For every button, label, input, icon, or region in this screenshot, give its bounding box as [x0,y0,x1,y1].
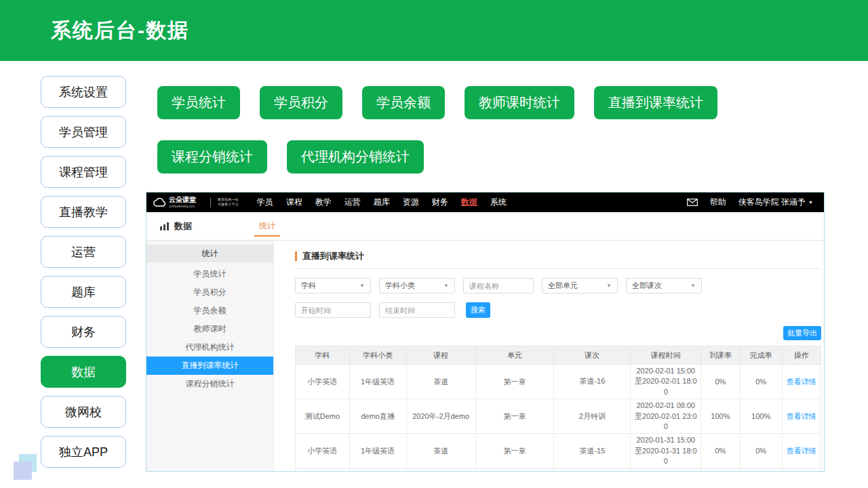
subject-sub-select[interactable]: 学科小类 ▼ [379,278,455,293]
cell-unit: 第一章 [475,434,553,468]
nav-item-data[interactable]: 数据 [461,197,477,208]
subject-select[interactable]: 学科 ▼ [295,278,371,293]
quick-button-live-attendance-stats[interactable]: 直播到课率统计 [594,86,717,119]
admin-tab-bar: 数据 统计 [146,212,824,241]
table-row: 小学英语1年级英语茶道第一章茶道-162020-02-01 15:00至2020… [296,365,821,399]
cell-subject: 小学英语 [296,365,350,399]
cell-course-time: 2020-02-01 08:00至2020-02-01 23:00 [631,399,701,434]
view-detail-link[interactable]: 查看详情 [787,378,816,386]
sub-sidebar-item-teacher-hours[interactable]: 教师课时 [146,320,273,338]
filter-row-1: 学科 ▼ 学科小类 ▼ 全部单元 ▼ 全部课次 ▼ [295,278,821,293]
cell-subject: 小学英语 [296,434,350,468]
account-menu[interactable]: 侠客岛学院 张涵予 ▼ [738,197,813,208]
brand-tagline-line1: 教育机构一站 [218,198,239,202]
cell-sub-subject: 1年级英语 [349,365,406,399]
unit-select-value: 全部单元 [548,281,578,291]
cell-sub-subject: 1年级英语 [349,434,406,468]
sub-sidebar-item-live-attendance-stats[interactable]: 直播到课率统计 [146,357,273,375]
table-header-unit: 单元 [475,346,553,365]
help-link[interactable]: 帮助 [710,197,726,208]
cell-completion-rate: 0% [740,434,782,468]
sub-sidebar-item-agency-stats[interactable]: 代理机构统计 [146,338,273,357]
table-row: 小学英语1年级英语茶道第一章茶道-152020-01-31 15:00至2020… [296,434,821,468]
chevron-down-icon: ▼ [359,283,365,289]
admin-nav-menu: 学员课程教学运营题库资源财务数据系统 [257,197,507,208]
sub-sidebar-item-student-balance[interactable]: 学员余额 [146,302,273,320]
nav-item-students[interactable]: 学员 [257,197,273,208]
sidebar-item-system-settings[interactable]: 系统设置 [41,76,126,108]
quick-button-course-distribution-stats[interactable]: 课程分销统计 [157,140,267,174]
cell-subject: 测试Demo [296,399,350,434]
table-header-course-time: 课程时间 [631,346,701,365]
admin-nav-right: 帮助 侠客岛学院 张涵予 ▼ [687,197,817,208]
cell-completion-rate: 100% [740,399,782,434]
quick-button-agency-distribution-stats[interactable]: 代理机构分销统计 [287,140,424,174]
table-header-sub-subject: 学科小类 [349,346,406,365]
table-header-action: 操作 [782,346,821,365]
cell-attendance-rate: 0% [701,468,740,472]
tab-statistics[interactable]: 统计 [259,212,275,240]
sidebar-item-data[interactable]: 数据 [41,356,126,388]
nav-item-finance[interactable]: 财务 [432,197,448,208]
title-accent-bar [295,251,297,261]
quick-button-student-stats[interactable]: 学员统计 [157,86,240,119]
table-body: 小学英语1年级英语茶道第一章茶道-162020-02-01 15:00至2020… [296,365,821,472]
cell-lesson: 茶道-16 [554,365,631,399]
admin-top-nav: 云朵课堂 yunduoketang.com 教育机构一站 式服务云平台 学员课程… [146,192,824,212]
section-label: 数据 [160,220,192,232]
sidebar-item-finance[interactable]: 财务 [41,316,126,348]
cell-course-time: 2020-01-31 15:00至2020-01-31 18:00 [631,434,701,468]
table-header-subject: 学科 [296,346,350,365]
lesson-select[interactable]: 全部课次 ▼ [626,278,702,293]
brand-name: 云朵课堂 [169,197,203,203]
nav-item-operations[interactable]: 运营 [344,197,361,208]
end-time-input[interactable] [379,302,455,318]
brand-divider [210,198,211,207]
view-detail-link[interactable]: 查看详情 [787,447,816,455]
mail-icon[interactable] [687,199,698,206]
nav-item-courses[interactable]: 课程 [286,197,302,208]
cell-course-time: 2020-01-31 09:00至2020-01-31 18:00 [631,468,701,472]
course-name-input[interactable] [463,278,534,293]
sub-sidebar-item-student-points[interactable]: 学员积分 [146,283,273,302]
bar-chart-icon [160,222,170,230]
nav-item-teaching[interactable]: 教学 [315,197,332,208]
admin-screenshot: 云朵课堂 yunduoketang.com 教育机构一站 式服务云平台 学员课程… [146,192,825,472]
sidebar-item-course-management[interactable]: 课程管理 [41,156,126,188]
sidebar-item-micro-school[interactable]: 微网校 [41,396,126,428]
unit-select[interactable]: 全部单元 ▼ [542,278,618,293]
brand-site: yunduoketang.com [169,205,195,208]
quick-button-student-points[interactable]: 学员积分 [260,86,342,119]
nav-item-resources[interactable]: 资源 [403,197,419,208]
start-time-input[interactable] [295,302,371,318]
divider [295,268,821,269]
sidebar-item-operations[interactable]: 运营 [41,236,126,268]
cell-attendance-rate: 0% [701,434,740,468]
cell-course-time: 2020-02-01 15:00至2020-02-01 18:00 [631,365,701,399]
sub-sidebar-item-student-stats[interactable]: 学员统计 [146,265,273,283]
cell-action: 查看详情 [782,399,821,434]
caret-down-icon: ▼ [808,200,813,205]
sidebar-item-student-management[interactable]: 学员管理 [41,116,126,148]
filter-row-2: 搜索 [295,302,821,318]
nav-item-system[interactable]: 系统 [490,197,507,208]
cell-lesson: 寒假辅导-5 [554,468,631,472]
quick-button-teacher-hours-stats[interactable]: 教师课时统计 [465,86,574,119]
quick-buttons-row-2: 课程分销统计代理机构分销统计 [157,140,424,174]
quick-button-student-balance[interactable]: 学员余额 [362,86,445,119]
cell-action: 查看详情 [782,468,821,472]
cell-unit: 第一章 [475,365,553,399]
nav-item-question-bank[interactable]: 题库 [374,197,390,208]
cell-attendance-rate: 0% [701,365,740,399]
batch-export-button[interactable]: 批量导出 [783,326,821,340]
view-detail-link[interactable]: 查看详情 [787,412,816,420]
sidebar-item-question-bank[interactable]: 题库 [41,276,126,308]
sub-sidebar-item-course-distribution[interactable]: 课程分销统计 [146,375,273,393]
search-button[interactable]: 搜索 [466,302,490,318]
sidebar-item-live-teaching[interactable]: 直播教学 [41,196,126,228]
lesson-select-value: 全部课次 [632,281,662,291]
export-row: 批量导出 [295,326,821,340]
admin-sub-sidebar-items: 学员统计学员积分学员余额教师课时代理机构统计直播到课率统计课程分销统计 [146,265,273,393]
page-title: 系统后台-数据 [51,17,189,45]
sidebar-item-standalone-app[interactable]: 独立APP [41,436,126,468]
